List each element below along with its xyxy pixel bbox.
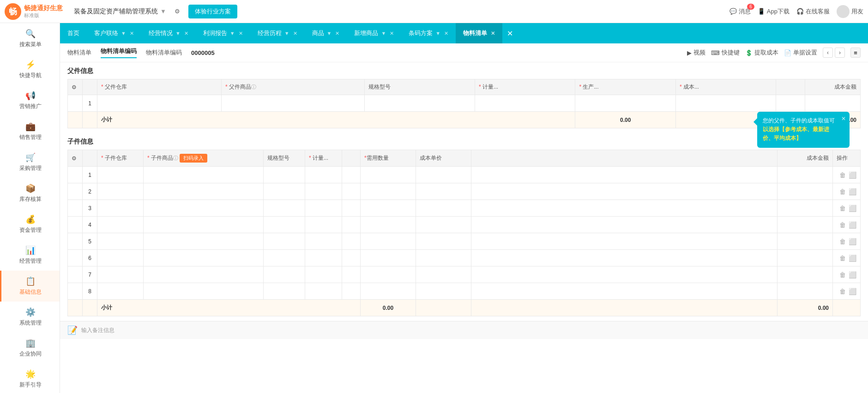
sidebar-item-system[interactable]: ⚙️ 系统管理 xyxy=(0,302,60,333)
sidebar-item-purchase[interactable]: 🛒 采购管理 xyxy=(0,147,60,178)
copy-icon-row2[interactable]: ⬜ xyxy=(849,188,856,195)
parent-row1-unit[interactable] xyxy=(475,95,575,112)
cost-button[interactable]: 💲 提取成本 xyxy=(745,48,778,57)
delete-icon-row1[interactable]: 🗑 xyxy=(839,171,846,179)
tab-barcode[interactable]: 条码方案 ▼ ✕ xyxy=(401,23,456,43)
parent-row1-production[interactable] xyxy=(575,95,675,112)
tab-barcode-label: 条码方案 xyxy=(409,29,433,37)
tab-bom[interactable]: 物料清单 ✕ xyxy=(456,23,502,43)
child-row1-warehouse[interactable] xyxy=(97,167,144,183)
video-label: 视频 xyxy=(693,48,705,57)
child-row2-spec[interactable] xyxy=(264,183,305,200)
app-download-button[interactable]: 📱 App下载 xyxy=(758,7,790,16)
delete-icon-row3[interactable]: 🗑 xyxy=(839,205,846,212)
parent-subtotal-label-col xyxy=(68,112,83,128)
list-view-button[interactable]: ≡ xyxy=(850,48,861,58)
child-col-warehouse: * 子件仓库 xyxy=(97,150,144,167)
sidebar-item-marketing[interactable]: 📢 营销推广 xyxy=(0,85,60,116)
scan-button[interactable]: 扫码录入 xyxy=(180,154,207,163)
sidebar-item-finance[interactable]: 💰 资金管理 xyxy=(0,209,60,240)
child-row1-unit[interactable] xyxy=(305,167,342,183)
tab-new-product-close[interactable]: ✕ xyxy=(390,30,394,36)
online-service-button[interactable]: 🎧 在线客服 xyxy=(796,7,830,16)
delete-icon-row4[interactable]: 🗑 xyxy=(839,221,846,229)
sidebar-item-search[interactable]: 🔍 搜索菜单 xyxy=(0,23,60,54)
copy-icon-row4[interactable]: ⬜ xyxy=(849,221,856,229)
breadcrumb-bom-detail[interactable]: 物料清单编码 xyxy=(101,47,137,58)
delete-icon-row5[interactable]: 🗑 xyxy=(839,238,846,245)
tab-products[interactable]: 商品 ▼ ✕ xyxy=(305,23,347,43)
tab-bom-close[interactable]: ✕ xyxy=(491,30,495,36)
tab-profit-label: 利润报告 xyxy=(203,29,227,37)
tab-new-product[interactable]: 新增商品 ▼ ✕ xyxy=(347,23,401,43)
child-row2-quantity[interactable] xyxy=(361,183,416,200)
child-row1-spec[interactable] xyxy=(264,167,305,183)
sidebar-label-guide: 新手引导 xyxy=(19,381,42,389)
prev-button[interactable]: ‹ xyxy=(823,48,833,58)
sidebar-item-enterprise[interactable]: 🏢 企业协同 xyxy=(0,333,60,363)
child-row1-product[interactable] xyxy=(144,167,264,183)
sidebar-item-operations[interactable]: 📊 经营管理 xyxy=(0,240,60,271)
copy-icon-row5[interactable]: ⬜ xyxy=(849,238,856,245)
child-row2-warehouse[interactable] xyxy=(97,183,144,200)
parent-col-production: * 生产... xyxy=(575,79,675,95)
tab-customers[interactable]: 客户联络 ▼ ✕ xyxy=(87,23,141,43)
tab-history-close[interactable]: ✕ xyxy=(293,30,297,36)
delete-icon-row2[interactable]: 🗑 xyxy=(839,188,846,195)
copy-icon-row3[interactable]: ⬜ xyxy=(849,205,856,212)
message-button[interactable]: 💬 消息 6 xyxy=(729,7,751,16)
child-row2-unit-cost[interactable] xyxy=(416,183,471,200)
note-placeholder[interactable]: 输入备注信息 xyxy=(81,326,115,334)
tab-operations-close[interactable]: ✕ xyxy=(184,30,188,36)
video-button[interactable]: ▶ 视频 xyxy=(687,48,705,57)
tab-profit[interactable]: 利润报告 ▼ ✕ xyxy=(196,23,250,43)
copy-icon-row8[interactable]: ⬜ xyxy=(849,288,856,295)
copy-icon-row6[interactable]: ⬜ xyxy=(849,254,856,262)
copy-icon-row1[interactable]: ⬜ xyxy=(849,171,856,179)
child-row2-unit[interactable] xyxy=(305,183,342,200)
shortcut-button[interactable]: ⌨ 快捷键 xyxy=(711,48,740,57)
user-menu[interactable]: 用友 xyxy=(837,5,863,18)
tooltip-close-button[interactable]: ✕ xyxy=(841,115,846,123)
parent-row1-product[interactable] xyxy=(222,95,365,112)
tab-home[interactable]: 首页 xyxy=(60,23,87,43)
sidebar-item-inventory[interactable]: 📦 库存核算 xyxy=(0,178,60,209)
child-row2-product[interactable] xyxy=(144,183,264,200)
tab-history[interactable]: 经营历程 ▼ ✕ xyxy=(250,23,305,43)
child-row1-unit-cost[interactable] xyxy=(416,167,471,183)
child-row1-quantity[interactable] xyxy=(361,167,416,183)
tab-barcode-close[interactable]: ✕ xyxy=(444,30,448,36)
tab-products-close[interactable]: ✕ xyxy=(335,30,339,36)
parent-row1-warehouse[interactable] xyxy=(97,95,222,112)
settings-col-icon[interactable]: ⚙ xyxy=(72,84,77,91)
sidebar-item-sales[interactable]: 💼 销售管理 xyxy=(0,116,60,147)
tab-operations[interactable]: 经营情况 ▼ ✕ xyxy=(141,23,196,43)
tab-customers-close[interactable]: ✕ xyxy=(130,30,134,36)
copy-icon-row7[interactable]: ⬜ xyxy=(849,271,856,278)
delete-icon-row7[interactable]: 🗑 xyxy=(839,271,846,278)
child-row6-num: 6 xyxy=(83,250,97,266)
parent-col-num xyxy=(83,79,97,95)
sidebar-item-basic[interactable]: 📋 基础信息 xyxy=(0,271,60,302)
tab-profit-close[interactable]: ✕ xyxy=(239,30,243,36)
sidebar-item-quicknav[interactable]: ⚡ 快捷导航 xyxy=(0,54,60,85)
experience-button[interactable]: 体验行业方案 xyxy=(188,5,237,18)
child-row1-cost-amount xyxy=(778,167,833,183)
marketing-icon: 📢 xyxy=(25,91,36,101)
parent-row1-spec[interactable] xyxy=(364,95,475,112)
content-area: 首页 客户联络 ▼ ✕ 经营情况 ▼ ✕ 利润报告 ▼ ✕ xyxy=(60,23,868,393)
settings-button[interactable]: 📄 单据设置 xyxy=(784,48,817,57)
breadcrumb-bom-list[interactable]: 物料清单 xyxy=(67,48,91,57)
settings-icon[interactable]: ⚙ xyxy=(171,5,184,18)
parent-section: 父件信息 ⚙ * 父件仓库 xyxy=(60,62,868,133)
close-all-button[interactable]: ✕ xyxy=(502,29,518,38)
next-button[interactable]: › xyxy=(835,48,845,58)
delete-icon-row6[interactable]: 🗑 xyxy=(839,254,846,262)
sidebar-item-guide[interactable]: 🌟 新手引导 xyxy=(0,363,60,393)
tooltip-popup: ✕ 您的父件、子件的成本取值可 以选择【参考成本、最新进价、平均成本】 xyxy=(757,112,850,148)
parent-subtotal-row: 小计 0.00 0.00 xyxy=(68,112,861,128)
delete-icon-row8[interactable]: 🗑 xyxy=(839,288,846,295)
tab-barcode-arrow: ▼ xyxy=(435,30,440,36)
parent-row1-cost[interactable] xyxy=(675,95,776,112)
child-settings-icon[interactable]: ⚙ xyxy=(72,155,77,162)
